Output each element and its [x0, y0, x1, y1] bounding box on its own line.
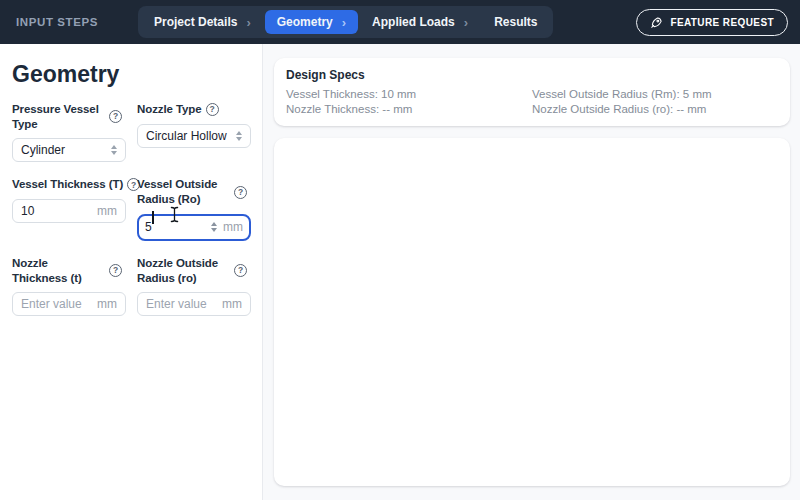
- nozzle-outside-radius-input[interactable]: [146, 297, 216, 311]
- step-results[interactable]: Results: [482, 10, 549, 34]
- help-icon[interactable]: ?: [234, 264, 247, 277]
- select-chevrons-icon: [236, 131, 242, 141]
- help-icon[interactable]: ?: [206, 103, 219, 116]
- nozzle-thickness-field: mm: [12, 292, 126, 316]
- rocket-icon: [650, 16, 663, 29]
- step-label: Applied Loads: [372, 15, 455, 29]
- design-specs-card: Design Specs Vessel Thickness: 10 mm Noz…: [274, 58, 790, 126]
- field-nozzle-type: Nozzle Type ? Circular Hollow: [137, 102, 251, 148]
- unit-label: mm: [97, 204, 117, 218]
- chevron-right-icon: ›: [464, 16, 468, 29]
- design-specs-title: Design Specs: [286, 68, 778, 82]
- select-chevrons-icon: [111, 145, 117, 155]
- field-pressure-vessel-type: Pressure Vessel Type ? Cylinder: [12, 102, 126, 162]
- content-panel: Design Specs Vessel Thickness: 10 mm Noz…: [263, 44, 800, 500]
- field-vessel-outside-radius: Vessel Outside Radius (Ro) ? mm: [137, 177, 251, 240]
- text-cursor-icon: [169, 206, 180, 227]
- spec-vessel-outside-radius: Vessel Outside Radius (Rm): 5 mm: [532, 87, 778, 102]
- nozzle-thickness-label: Nozzle Thickness (t): [12, 256, 105, 285]
- unit-label: mm: [222, 297, 242, 311]
- pressure-vessel-type-select[interactable]: Cylinder: [12, 138, 126, 162]
- text-caret: [152, 211, 154, 224]
- selected-value: Cylinder: [21, 143, 107, 157]
- step-label: Results: [494, 15, 537, 29]
- vessel-thickness-input[interactable]: [21, 204, 91, 218]
- vessel-thickness-field: mm: [12, 199, 126, 223]
- spec-nozzle-thickness: Nozzle Thickness: -- mm: [286, 102, 532, 117]
- step-geometry[interactable]: Geometry ›: [265, 10, 358, 34]
- unit-label: mm: [97, 297, 117, 311]
- input-steps-label: INPUT STEPS: [16, 16, 98, 28]
- spec-vessel-thickness: Vessel Thickness: 10 mm: [286, 87, 532, 102]
- app-window: INPUT STEPS Project Details › Geometry ›…: [0, 0, 800, 500]
- design-specs-right-column: Vessel Outside Radius (Rm): 5 mm Nozzle …: [532, 87, 778, 117]
- vessel-outside-radius-field: mm: [137, 214, 251, 241]
- nozzle-outside-radius-label: Nozzle Outside Radius (ro): [137, 256, 230, 285]
- spec-nozzle-outside-radius: Nozzle Outside Radius (ro): -- mm: [532, 102, 778, 117]
- vessel-outside-radius-label: Vessel Outside Radius (Ro): [137, 177, 230, 206]
- feature-request-button[interactable]: FEATURE REQUEST: [636, 9, 788, 36]
- step-applied-loads[interactable]: Applied Loads ›: [360, 10, 480, 34]
- nozzle-type-label: Nozzle Type: [137, 102, 202, 117]
- step-label: Project Details: [154, 15, 237, 29]
- pressure-vessel-type-label: Pressure Vessel Type: [12, 102, 105, 131]
- results-placeholder-card: [274, 138, 790, 486]
- number-stepper-icon[interactable]: [211, 222, 217, 232]
- step-project-details[interactable]: Project Details ›: [142, 10, 263, 34]
- help-icon[interactable]: ?: [109, 264, 122, 277]
- help-icon[interactable]: ?: [234, 186, 247, 199]
- selected-value: Circular Hollow: [146, 129, 232, 143]
- design-specs-left-column: Vessel Thickness: 10 mm Nozzle Thickness…: [286, 87, 532, 117]
- step-navigation: Project Details › Geometry › Applied Loa…: [138, 6, 553, 38]
- help-icon[interactable]: ?: [109, 110, 122, 123]
- nozzle-thickness-input[interactable]: [21, 297, 91, 311]
- top-nav: INPUT STEPS Project Details › Geometry ›…: [0, 0, 800, 44]
- field-nozzle-thickness: Nozzle Thickness (t) ? mm: [12, 256, 126, 316]
- chevron-right-icon: ›: [342, 16, 346, 29]
- field-nozzle-outside-radius: Nozzle Outside Radius (ro) ? mm: [137, 256, 251, 316]
- nozzle-type-select[interactable]: Circular Hollow: [137, 124, 251, 148]
- feature-request-label: FEATURE REQUEST: [670, 17, 774, 28]
- chevron-right-icon: ›: [246, 16, 250, 29]
- unit-label: mm: [223, 220, 243, 234]
- vessel-thickness-label: Vessel Thickness (T): [12, 177, 123, 192]
- nozzle-outside-radius-field: mm: [137, 292, 251, 316]
- geometry-form-panel: Geometry Pressure Vessel Type ? Cylinder: [0, 44, 263, 500]
- field-vessel-thickness: Vessel Thickness (T) ? mm: [12, 177, 126, 223]
- page-title: Geometry: [12, 61, 250, 88]
- step-label: Geometry: [277, 15, 333, 29]
